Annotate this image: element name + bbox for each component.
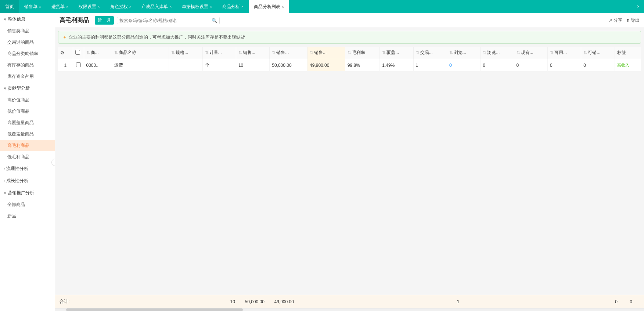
th-browse2[interactable]: ⇅ 浏览...	[481, 47, 514, 59]
nav-permission-close[interactable]: ×	[98, 5, 100, 9]
nav-role-label: 角色授权	[110, 4, 128, 10]
export-icon: ⬆	[626, 18, 630, 23]
sidebar-group-growth[interactable]: › 成长性分析	[0, 175, 55, 187]
nav-goods-analysis[interactable]: 商品分析 ×	[217, 0, 249, 13]
sidebar-group-marketing-label: 营销推广分析	[8, 190, 34, 196]
footer-label: 合计:	[60, 299, 69, 305]
row-checkbox[interactable]	[76, 62, 81, 67]
th-sales-qty[interactable]: ⇅ 销售...	[236, 47, 269, 59]
cell-browse1[interactable]: 0	[447, 59, 480, 72]
sidebar-item-stock-goods[interactable]: 有库存的商品	[0, 59, 55, 71]
sidebar-item-all-goods[interactable]: 全部商品	[0, 199, 55, 210]
nav-goods-analysis-close[interactable]: ×	[241, 5, 244, 9]
th-browse1[interactable]: ⇅ 浏览...	[447, 47, 480, 59]
th-transaction[interactable]: ⇅ 交易...	[413, 47, 447, 59]
share-button[interactable]: ↗ 分享	[609, 17, 622, 23]
sidebar-item-high-value[interactable]: 高价值商品	[0, 94, 55, 106]
nav-product-inbound-close[interactable]: ×	[169, 5, 172, 9]
th-code-sort-icon: ⇅	[86, 50, 90, 55]
th-code-label: 商...	[91, 50, 99, 56]
sidebar-group-overall-label: 整体信息	[8, 16, 25, 22]
search-input[interactable]	[119, 18, 212, 23]
th-name[interactable]: ⇅ 商品名称	[112, 47, 169, 59]
sidebar-item-category-rate[interactable]: 商品分类助销率	[0, 48, 55, 59]
th-current[interactable]: ⇅ 现有...	[514, 47, 547, 59]
th-sellable[interactable]: ⇅ 可销...	[581, 47, 615, 59]
th-sales-qty-label: 销售...	[243, 50, 255, 56]
sidebar-item-sales-goods[interactable]: 销售类商品	[0, 25, 55, 37]
nav-template-setting-label: 单据模板设置	[182, 4, 208, 10]
bottom-scrollbar[interactable]	[55, 308, 644, 311]
nav-permission[interactable]: 权限设置 ×	[73, 0, 105, 13]
nav-goods-analysis-list-close[interactable]: ×	[282, 5, 284, 9]
th-coverage-sort-icon: ⇅	[382, 50, 386, 55]
nav-purchase-label: 进货单	[51, 4, 65, 10]
scrollbar-thumb[interactable]	[66, 308, 243, 311]
nav-product-inbound[interactable]: 产成品入库单 ×	[136, 0, 177, 13]
sidebar-group-circulation[interactable]: › 流通性分析	[0, 163, 55, 175]
sidebar-item-high-margin[interactable]: 高毛利商品	[0, 140, 55, 151]
th-sales-amount[interactable]: ⇅ 销售...	[270, 47, 307, 59]
sidebar-group-overall-arrow: ∨	[4, 17, 6, 21]
nav-goods-analysis-list[interactable]: 商品分析列表 ×	[249, 0, 289, 13]
sidebar-item-low-coverage[interactable]: 低覆盖量商品	[0, 129, 55, 140]
nav-purchase-close[interactable]: ×	[66, 5, 68, 9]
sidebar-group-circulation-arrow: ›	[4, 167, 5, 171]
app-root: 首页 销售单 × 进货单 × 权限设置 × 角色授权 × 产成品入库单 × 单据…	[0, 0, 644, 311]
nav-template-setting[interactable]: 单据模板设置 ×	[177, 0, 217, 13]
footer-sales-cost: 49,900.00	[272, 299, 301, 304]
search-box: 🔍	[117, 17, 220, 24]
th-browse1-label: 浏览...	[454, 50, 466, 56]
sidebar-item-high-coverage[interactable]: 高覆盖量商品	[0, 117, 55, 129]
sidebar-item-low-margin[interactable]: 低毛利商品	[0, 151, 55, 163]
th-browse1-sort-icon: ⇅	[449, 50, 453, 55]
row-checkbox-cell[interactable]	[73, 59, 84, 72]
content-header: 高毛利商品 近一月 🔍 ↗ 分享 ⬆ 导出	[55, 13, 644, 28]
nav-role[interactable]: 角色授权 ×	[105, 0, 137, 13]
nav-permission-label: 权限设置	[79, 4, 96, 10]
export-button[interactable]: ⬆ 导出	[626, 17, 640, 23]
th-name-sort-icon: ⇅	[114, 50, 118, 55]
nav-home[interactable]: 首页	[0, 0, 19, 13]
select-all-checkbox[interactable]	[75, 50, 80, 55]
footer-sales-qty: 10	[220, 299, 242, 304]
sidebar-item-new-goods[interactable]: 新品	[0, 210, 55, 222]
sidebar-item-traded-goods[interactable]: 交易过的商品	[0, 37, 55, 48]
th-transaction-label: 交易...	[420, 50, 433, 56]
th-sales-cost-label: 销售...	[314, 50, 327, 56]
sidebar-group-overall[interactable]: ∨ 整体信息	[0, 13, 55, 25]
th-available[interactable]: ⇅ 可用...	[547, 47, 581, 59]
nav-role-close[interactable]: ×	[129, 5, 132, 9]
th-gross-rate-sort-icon: ⇅	[348, 50, 351, 55]
th-spec[interactable]: ⇅ 规格...	[169, 47, 202, 59]
window-close-button[interactable]: ×	[633, 0, 644, 13]
th-sales-cost[interactable]: ⇅ 销售...	[307, 47, 345, 59]
th-unit[interactable]: ⇅ 计量...	[202, 47, 236, 59]
sidebar-group-contribution[interactable]: ∨ 贡献型分析	[0, 82, 55, 94]
th-browse2-sort-icon: ⇅	[483, 50, 486, 55]
th-checkbox[interactable]	[73, 47, 84, 59]
th-tag[interactable]: 标签	[615, 47, 641, 59]
nav-sales[interactable]: 销售单 ×	[19, 0, 46, 13]
share-icon: ↗	[609, 18, 612, 23]
nav-sales-label: 销售单	[24, 4, 37, 10]
sidebar-group-marketing[interactable]: ∨ 营销推广分析	[0, 187, 55, 199]
time-filter-button[interactable]: 近一月	[95, 16, 114, 25]
footer-total: 合计: 10 50,000.00 49,900.00 1 0 0	[55, 295, 644, 308]
sidebar-item-stock-capital[interactable]: 库存资金占用	[0, 71, 55, 82]
cell-sellable: 0	[581, 59, 615, 72]
cell-name: 运费	[112, 59, 169, 72]
th-sales-amount-sort-icon: ⇅	[272, 50, 276, 55]
nav-template-setting-close[interactable]: ×	[210, 5, 212, 9]
info-banner-text: 企业的主要的利润都是这部分商品创造的，可考虑加大推广，同时关注库存是不要出现缺货	[69, 34, 245, 40]
search-icon[interactable]: 🔍	[212, 18, 217, 23]
cell-coverage: 1.49%	[380, 59, 413, 72]
th-gross-rate[interactable]: ⇅ 毛利率	[345, 47, 379, 59]
nav-purchase[interactable]: 进货单 ×	[46, 0, 73, 13]
th-settings[interactable]: ⚙	[58, 47, 73, 59]
th-available-label: 可用...	[554, 50, 567, 56]
th-coverage[interactable]: ⇅ 覆盖...	[380, 47, 413, 59]
th-code[interactable]: ⇅ 商...	[84, 47, 112, 59]
sidebar-item-low-value[interactable]: 低价值商品	[0, 106, 55, 117]
nav-sales-close[interactable]: ×	[39, 5, 41, 9]
